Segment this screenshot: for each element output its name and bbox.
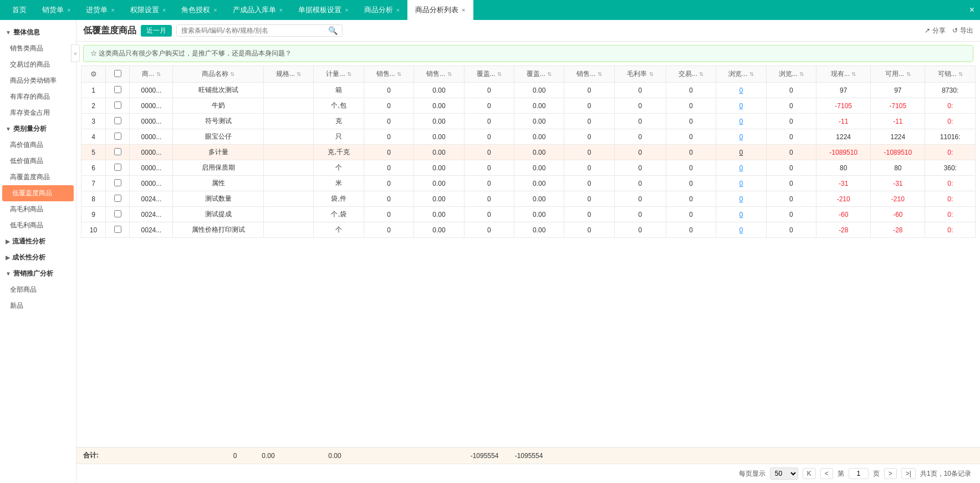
sidebar-collapse-button[interactable]: « [71,44,80,62]
sidebar-section-overall[interactable]: ▼ 整体信息 [0,24,76,40]
close-tab-templates[interactable]: × [345,7,348,13]
sidebar-item-category-turnover[interactable]: 商品分类动销率 [0,73,76,89]
sidebar-section-category-analysis[interactable]: ▼ 类别量分析 [0,121,76,137]
col-browse1[interactable]: 浏览... ⇅ [716,66,766,83]
close-tab-roles[interactable]: × [213,7,217,13]
sidebar-item-high-value[interactable]: 高价值商品 [0,137,76,153]
row-select-checkbox[interactable] [114,133,121,140]
col-sales-qty[interactable]: 销售... ⇅ [364,66,414,83]
row-code: 0024... [130,222,173,238]
row-browse1[interactable]: 0 [716,129,766,145]
col-checkbox[interactable] [106,66,130,83]
sidebar-item-new-goods[interactable]: 新品 [0,298,76,314]
export-button[interactable]: ↺ 导出 [952,26,973,35]
nav-tab-products[interactable]: 产成品入库单 × [225,0,290,20]
row-select-checkbox[interactable] [114,164,121,171]
sidebar-item-all-goods[interactable]: 全部商品 [0,282,76,298]
col-browse2[interactable]: 浏览... ⇅ [766,66,816,83]
row-select-checkbox[interactable] [114,86,121,93]
nav-tab-permissions[interactable]: 权限设置 × [122,0,173,20]
row-checkbox[interactable] [106,160,130,176]
sidebar-item-with-inventory[interactable]: 有库存的商品 [0,89,76,105]
sidebar-section-flow-analysis[interactable]: ▶ 流通性分析 [0,233,76,250]
sidebar-section-marketing-analysis[interactable]: ▼ 营销推广分析 [0,266,76,282]
share-button[interactable]: ↗ 分享 [925,26,946,35]
sidebar-item-high-profit[interactable]: 高毛利商品 [0,201,76,217]
nav-tab-purchase[interactable]: 进货单 × [78,0,122,20]
settings-icon[interactable]: ⚙ [90,70,97,78]
col-settings[interactable]: ⚙ [81,66,106,83]
row-checkbox[interactable] [106,114,130,129]
row-browse1[interactable]: 0 [716,160,766,176]
col-coverage2[interactable]: 覆盖... ⇅ [514,66,564,83]
row-select-checkbox[interactable] [114,195,121,202]
sidebar-item-low-value[interactable]: 低价值商品 [0,153,76,169]
row-browse1[interactable]: 0 [716,83,766,98]
col-gross-rate[interactable]: 毛利率 ⇅ [614,66,666,83]
close-tab-products[interactable]: × [279,7,283,13]
row-browse1[interactable]: 0 [716,191,766,207]
nav-tab-templates[interactable]: 单据模板设置 × [290,0,356,20]
col-trade[interactable]: 交易... ⇅ [666,66,716,83]
row-browse1[interactable]: 0 [716,114,766,129]
row-browse1[interactable]: 0 [716,176,766,191]
sidebar-item-low-coverage[interactable]: 低覆盖度商品 [2,185,74,201]
sidebar-item-high-coverage[interactable]: 高覆盖度商品 [0,169,76,185]
sidebar-item-sales-goods[interactable]: 销售类商品 [0,40,76,57]
row-checkbox[interactable] [106,83,130,98]
col-code[interactable]: 商... ⇅ [130,66,173,83]
first-page-button[interactable]: K [803,468,816,479]
row-checkbox[interactable] [106,176,130,191]
search-input[interactable] [181,27,328,34]
row-select-checkbox[interactable] [114,101,121,109]
prev-page-button[interactable]: < [820,468,833,479]
row-browse1[interactable]: 0 [716,207,766,222]
page-number-input[interactable] [849,468,869,479]
col-sales-amt[interactable]: 销售... ⇅ [414,66,464,83]
nav-tab-analysis[interactable]: 商品分析 × [356,0,407,20]
row-select-checkbox[interactable] [114,226,121,233]
nav-tab-analysis-list[interactable]: 商品分析列表 × [407,0,473,20]
close-window-button[interactable]: × [969,5,974,15]
row-browse1[interactable]: 0 [716,145,766,160]
col-sellable[interactable]: 可销... ⇅ [925,66,976,83]
select-all-checkbox[interactable] [114,70,121,77]
close-tab-purchase[interactable]: × [111,7,114,13]
sidebar-item-traded-goods[interactable]: 交易过的商品 [0,57,76,73]
row-select-checkbox[interactable] [114,210,121,217]
row-browse1[interactable]: 0 [716,222,766,238]
last-page-button[interactable]: >| [901,468,916,479]
nav-tab-roles[interactable]: 角色授权 × [173,0,224,20]
next-page-button[interactable]: > [884,468,897,479]
row-checkbox[interactable] [106,207,130,222]
col-current[interactable]: 现有... ⇅ [816,66,871,83]
row-checkbox[interactable] [106,129,130,145]
row-checkbox[interactable] [106,145,130,160]
row-checkbox[interactable] [106,191,130,207]
table-container[interactable]: ⚙ 商... ⇅ 商品名称 ⇅ 规格... ⇅ 计量... ⇅ 销售... ⇅ … [76,65,980,447]
row-select-checkbox[interactable] [114,148,121,155]
col-name[interactable]: 商品名称 ⇅ [173,66,264,83]
col-spec[interactable]: 规格... ⇅ [264,66,314,83]
close-tab-sales[interactable]: × [67,7,70,13]
row-select-checkbox[interactable] [114,179,121,186]
page-size-select[interactable]: 50 100 200 [770,467,798,480]
nav-tab-home[interactable]: 首页 [4,0,34,20]
col-unit[interactable]: 计量... ⇅ [314,66,364,83]
row-checkbox[interactable] [106,222,130,238]
period-button[interactable]: 近一月 [141,25,172,37]
close-tab-permissions[interactable]: × [162,7,166,13]
row-checkbox[interactable] [106,98,130,114]
close-tab-analysis-list[interactable]: × [462,7,465,13]
row-select-checkbox[interactable] [114,117,121,124]
row-browse1[interactable]: 0 [716,98,766,114]
sidebar-section-growth-analysis[interactable]: ▶ 成长性分析 [0,250,76,266]
col-available[interactable]: 可用... ⇅ [871,66,925,83]
nav-tab-sales[interactable]: 销货单 × [34,0,78,20]
sidebar-item-low-profit[interactable]: 低毛利商品 [0,217,76,233]
col-coverage1[interactable]: 覆盖... ⇅ [464,66,514,83]
sidebar-item-inventory-capital[interactable]: 库存资金占用 [0,105,76,121]
col-sales3[interactable]: 销售... ⇅ [564,66,614,83]
row-available: -7105 [871,98,925,114]
close-tab-analysis[interactable]: × [396,7,400,13]
